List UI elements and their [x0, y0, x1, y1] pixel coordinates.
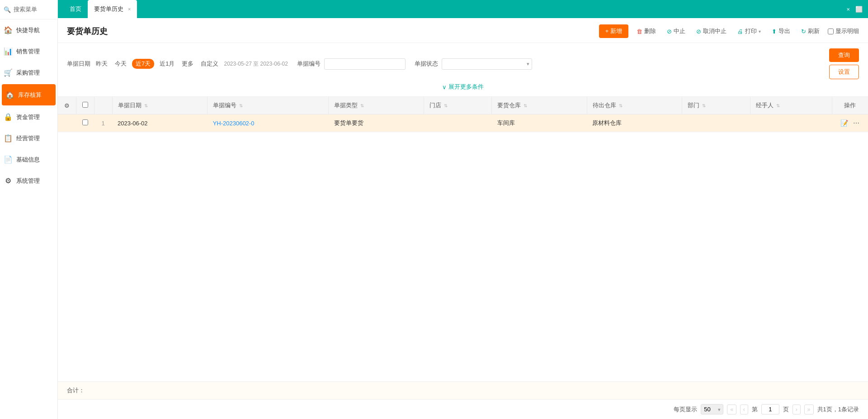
date-last1month-btn[interactable]: 近1月	[158, 59, 176, 69]
search-icon: 🔍	[4, 6, 11, 13]
date-filter-label: 单据日期	[67, 60, 90, 68]
row-more-btn[interactable]: ⋯	[851, 119, 861, 128]
sidebar-item-finance[interactable]: 🔒 资金管理	[0, 106, 57, 128]
filter-settings-button[interactable]: 设置	[829, 65, 859, 79]
sidebar-item-quick-nav[interactable]: 🏠 快捷导航	[0, 19, 57, 41]
display-detail-checkbox[interactable]	[828, 29, 834, 34]
stop-label: 中止	[674, 27, 685, 35]
window-maximize-btn[interactable]: ⬜	[855, 6, 863, 13]
display-detail-button[interactable]: 显示明细	[828, 27, 859, 35]
refresh-icon: ↻	[801, 28, 806, 35]
home-icon: 🏠	[4, 26, 13, 34]
tab-close-icon[interactable]: ×	[128, 6, 131, 12]
doc-number-link[interactable]: YH-20230602-0	[213, 120, 255, 127]
first-page-btn[interactable]: «	[727, 405, 736, 414]
sort-doc-number-icon[interactable]: ⇅	[239, 103, 243, 108]
page-header: 要货单历史 + 新增 🗑 删除 ⊘ 中止 ⊘ 取消中止 🖨 打印	[58, 18, 868, 43]
th-checkbox	[76, 97, 94, 114]
settings-icon[interactable]: ⚙	[64, 102, 70, 109]
page-label: 第	[752, 405, 758, 414]
sort-handler-icon[interactable]: ⇅	[776, 103, 780, 108]
sidebar-item-sales[interactable]: 📊 销售管理	[0, 41, 57, 62]
prev-page-btn[interactable]: ‹	[740, 405, 748, 414]
page-suffix: 页	[783, 405, 789, 414]
new-button[interactable]: + 新增	[599, 24, 628, 38]
data-table: ⚙ 单据日期 ⇅	[58, 97, 868, 132]
delete-button[interactable]: 🗑 删除	[634, 25, 659, 37]
date-yesterday-btn[interactable]: 昨天	[94, 59, 109, 69]
tab-requisition-history[interactable]: 要货单历史 ×	[88, 0, 137, 18]
table-row: 1 2023-06-02 YH-20230602-0 要货单要货 车间库 原材料…	[58, 114, 868, 132]
sidebar-item-label: 采购管理	[16, 69, 40, 77]
row-checkbox[interactable]	[82, 119, 88, 125]
th-handler-label: 经手人	[756, 101, 774, 110]
sidebar-item-system[interactable]: ⚙ 系统管理	[0, 170, 57, 191]
th-actions-label: 操作	[844, 102, 856, 109]
date-more-btn[interactable]: 更多	[180, 59, 195, 69]
last-page-btn[interactable]: »	[804, 405, 814, 414]
footer-summary-label: 合计：	[67, 386, 85, 395]
export-label: 导出	[778, 27, 790, 35]
query-button[interactable]: 查询	[829, 48, 859, 62]
cancel-stop-label: 取消中止	[703, 27, 726, 35]
sort-req-warehouse-icon[interactable]: ⇅	[524, 103, 527, 108]
tab-requisition-label: 要货单历史	[94, 5, 123, 13]
window-maximize-icon: ⬜	[855, 6, 863, 13]
sidebar-item-operations[interactable]: 📋 经营管理	[0, 128, 57, 149]
doc-status-select-wrapper	[442, 58, 532, 70]
sort-doc-type-icon[interactable]: ⇅	[360, 103, 364, 108]
page-size-select[interactable]: 20 50 100 200	[701, 404, 723, 414]
select-all-checkbox[interactable]	[82, 102, 88, 108]
sidebar-item-purchase[interactable]: 🛒 采购管理	[0, 62, 57, 83]
row-edit-btn[interactable]: 📝	[839, 119, 850, 128]
window-close-icon: ×	[846, 6, 850, 13]
date-custom-btn[interactable]: 自定义	[199, 59, 220, 69]
window-close-btn[interactable]: ×	[846, 6, 850, 13]
row-doc-number: YH-20230602-0	[208, 114, 329, 132]
th-department: 部门 ⇅	[682, 97, 750, 114]
cancel-stop-button[interactable]: ⊘ 取消中止	[693, 25, 729, 37]
stop-button[interactable]: ⊘ 中止	[664, 25, 688, 37]
doc-status-filter: 单据状态	[415, 58, 532, 70]
th-doc-type-label: 单据类型	[334, 101, 358, 110]
topbar-actions: × ⬜	[846, 6, 863, 13]
inventory-icon: 🏠	[5, 90, 14, 99]
tab-home[interactable]: 首页	[63, 0, 88, 18]
sort-department-icon[interactable]: ⇅	[702, 103, 706, 108]
export-button[interactable]: ⬆ 导出	[769, 25, 793, 37]
date-last7days-btn[interactable]: 近7天	[132, 59, 154, 69]
th-req-warehouse: 要货仓库 ⇅	[492, 97, 587, 114]
refresh-button[interactable]: ↻ 刷新	[798, 25, 822, 37]
doc-number-filter: 单据编号	[297, 58, 406, 70]
page-size-wrapper: 20 50 100 200	[701, 404, 723, 414]
doc-status-select[interactable]	[442, 58, 532, 70]
row-checkbox-cell	[76, 114, 94, 132]
sidebar-item-basic[interactable]: 📄 基础信息	[0, 149, 57, 170]
sort-store-icon[interactable]: ⇅	[444, 103, 448, 108]
pagination: 每页显示 20 50 100 200 « ‹ 第 1 页 › » 共1页，1条记…	[58, 399, 868, 419]
sidebar-item-label: 基础信息	[16, 156, 40, 164]
sidebar-item-inventory[interactable]: 🏠 库存核算	[2, 84, 56, 105]
doc-number-label: 单据编号	[297, 60, 321, 68]
row-handler	[750, 114, 832, 132]
export-icon: ⬆	[772, 28, 777, 35]
sidebar-item-label: 库存核算	[18, 91, 42, 99]
row-settings-cell	[58, 114, 76, 132]
sidebar-item-label: 快捷导航	[16, 26, 40, 34]
main-area: 首页 要货单历史 × × ⬜ 要货单历史 + 新增 🗑 删除	[58, 0, 868, 419]
date-today-btn[interactable]: 今天	[113, 59, 128, 69]
th-department-label: 部门	[688, 101, 699, 110]
expand-more-btn[interactable]: ∨ 展开更多条件	[67, 83, 859, 91]
doc-number-input[interactable]	[324, 58, 406, 70]
sort-pending-warehouse-icon[interactable]: ⇅	[619, 103, 623, 108]
th-store-label: 门店	[429, 101, 441, 110]
page-number-input[interactable]: 1	[761, 404, 779, 414]
sidebar-search[interactable]: 🔍 搜索菜单	[0, 0, 57, 19]
content-area: 要货单历史 + 新增 🗑 删除 ⊘ 中止 ⊘ 取消中止 🖨 打印	[58, 18, 868, 419]
next-page-btn[interactable]: ›	[793, 405, 801, 414]
th-actions: 操作	[832, 97, 868, 114]
sort-doc-date-icon[interactable]: ⇅	[144, 103, 148, 108]
page-size-label: 每页显示	[674, 405, 697, 414]
print-button[interactable]: 🖨 打印 ▾	[735, 25, 764, 37]
delete-icon: 🗑	[637, 28, 642, 35]
